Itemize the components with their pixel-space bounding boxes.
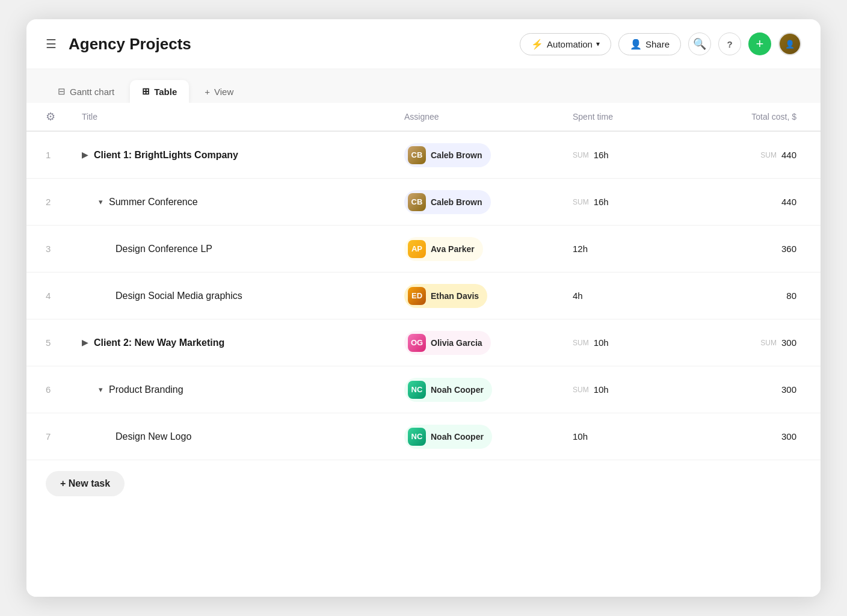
assignee-cell-7: NC Noah Cooper [404, 425, 573, 449]
assignee-cell-4: ED Ethan Davis [404, 284, 573, 308]
expand-icon-2[interactable]: ▾ [99, 197, 103, 206]
time-value-1: 16h [594, 150, 609, 160]
column-settings[interactable]: ⚙ [46, 110, 82, 123]
cost-value-1: 440 [781, 150, 796, 160]
row-num-6: 6 [46, 384, 82, 395]
cost-sum-label-1: SUM [760, 151, 777, 159]
assignee-badge-5[interactable]: OG Olivia Garcia [404, 331, 491, 355]
table-row[interactable]: 5 ▶ Client 2: New Way Marketing OG Olivi… [26, 319, 821, 366]
assignee-badge-3[interactable]: AP Ava Parker [404, 237, 483, 261]
table-icon: ⊞ [142, 86, 150, 97]
expand-icon-1[interactable]: ▶ [82, 150, 88, 159]
cost-value-5: 300 [781, 337, 796, 348]
help-icon: ? [727, 39, 732, 49]
user-initials: 👤 [785, 40, 795, 49]
app-window: ☰ Agency Projects ⚡ Automation ▾ 👤 Share… [26, 19, 821, 597]
expand-icon-5[interactable]: ▶ [82, 338, 88, 347]
user-avatar[interactable]: 👤 [778, 32, 801, 55]
time-cell-3: 12h [573, 244, 693, 254]
row-num-2: 2 [46, 197, 82, 207]
new-task-button[interactable]: + New task [46, 471, 125, 496]
assignee-cell-5: OG Olivia Garcia [404, 331, 573, 355]
assignee-badge-7[interactable]: NC Noah Cooper [404, 425, 492, 449]
assignee-name-5: Olivia Garcia [431, 338, 482, 348]
tab-gantt-chart[interactable]: ⊟ Gantt chart [46, 80, 126, 103]
time-value-7: 10h [573, 431, 588, 442]
expand-icon-6[interactable]: ▾ [99, 385, 103, 394]
avatar-ava: AP [408, 240, 426, 258]
tab-view[interactable]: + View [192, 81, 245, 103]
table-area: ⚙ Title Assignee Spent time Total cost, … [26, 103, 821, 597]
cost-cell-2: 440 [693, 197, 801, 207]
search-icon: 🔍 [693, 37, 706, 51]
time-value-5: 10h [594, 337, 609, 348]
time-cell-7: 10h [573, 431, 693, 442]
avatar-caleb-2: CB [408, 193, 426, 211]
cost-cell-6: 300 [693, 384, 801, 395]
help-button[interactable]: ? [718, 32, 741, 55]
view-plus-icon: + [205, 87, 210, 97]
lightning-icon: ⚡ [531, 38, 543, 50]
assignee-badge-6[interactable]: NC Noah Cooper [404, 378, 492, 402]
row-title-2: ▾ Summer Conference [82, 197, 404, 208]
menu-icon[interactable]: ☰ [46, 37, 57, 51]
header: ☰ Agency Projects ⚡ Automation ▾ 👤 Share… [26, 19, 821, 69]
table-row[interactable]: 3 Design Conference LP AP Ava Parker 12h [26, 226, 821, 273]
time-value-4: 4h [573, 291, 583, 301]
tab-gantt-label: Gantt chart [70, 87, 114, 97]
tab-table-label: Table [154, 87, 177, 97]
assignee-name-6: Noah Cooper [431, 385, 484, 395]
cost-cell-3: 360 [693, 244, 801, 254]
assignee-badge-4[interactable]: ED Ethan Davis [404, 284, 487, 308]
time-value-6: 10h [594, 384, 609, 395]
avatar-caleb-1: CB [408, 146, 426, 164]
column-title: Title [82, 112, 404, 122]
row-title-4: Design Social Media graphics [82, 291, 404, 301]
assignee-badge-1[interactable]: CB Caleb Brown [404, 143, 491, 167]
new-task-label: + New task [60, 478, 110, 489]
assignee-cell-6: NC Noah Cooper [404, 378, 573, 402]
row-num-5: 5 [46, 337, 82, 348]
cost-cell-4: 80 [693, 291, 801, 301]
row-num-4: 4 [46, 291, 82, 301]
sum-label-2: SUM [573, 198, 589, 206]
row-title-5: ▶ Client 2: New Way Marketing [82, 337, 404, 348]
cost-value-4: 80 [786, 291, 796, 301]
column-spent-time: Spent time [573, 112, 693, 122]
share-label: Share [645, 39, 670, 49]
add-button[interactable]: + [748, 32, 771, 55]
automation-label: Automation [547, 39, 593, 49]
table-row[interactable]: 2 ▾ Summer Conference CB Caleb Brown SUM [26, 179, 821, 226]
assignee-badge-2[interactable]: CB Caleb Brown [404, 190, 491, 214]
cost-value-3: 360 [781, 244, 796, 254]
user-avatar-image: 👤 [780, 34, 800, 54]
automation-button[interactable]: ⚡ Automation ▾ [520, 33, 611, 55]
sum-label-5: SUM [573, 339, 589, 347]
table-wrap: ⚙ Title Assignee Spent time Total cost, … [26, 103, 821, 460]
time-cell-1: SUM 16h [573, 150, 693, 160]
table-row[interactable]: 6 ▾ Product Branding NC Noah Cooper SUM … [26, 366, 821, 413]
plus-icon: + [756, 36, 764, 52]
table-row[interactable]: 1 ▶ Client 1: BrightLights Company CB Ca… [26, 132, 821, 179]
assignee-name-3: Ava Parker [431, 244, 475, 254]
assignee-name-2: Caleb Brown [431, 197, 482, 207]
avatar-ethan: ED [408, 287, 426, 305]
assignee-name-4: Ethan Davis [431, 291, 479, 301]
app-title: Agency Projects [69, 35, 510, 54]
cost-value-6: 300 [781, 384, 796, 395]
time-cell-2: SUM 16h [573, 197, 693, 207]
row-title-7: Design New Logo [82, 431, 404, 442]
time-cell-5: SUM 10h [573, 337, 693, 348]
avatar-noah-2: NC [408, 428, 426, 446]
time-value-3: 12h [573, 244, 588, 254]
row-num-3: 3 [46, 244, 82, 254]
assignee-cell-2: CB Caleb Brown [404, 190, 573, 214]
share-button[interactable]: 👤 Share [618, 33, 681, 55]
table-row[interactable]: 7 Design New Logo NC Noah Cooper 10h [26, 413, 821, 460]
search-button[interactable]: 🔍 [688, 32, 711, 55]
tab-table[interactable]: ⊞ Table [130, 80, 189, 103]
assignee-cell-3: AP Ava Parker [404, 237, 573, 261]
avatar-olivia: OG [408, 334, 426, 352]
cost-value-2: 440 [781, 197, 796, 207]
table-row[interactable]: 4 Design Social Media graphics ED Ethan … [26, 273, 821, 319]
